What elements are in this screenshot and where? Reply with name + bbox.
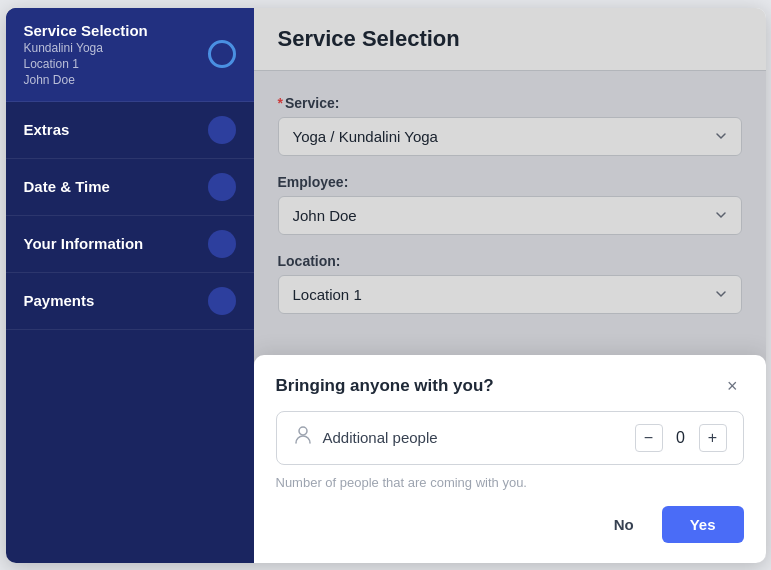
dialog-hint: Number of people that are coming with yo… — [276, 475, 744, 490]
svg-point-0 — [299, 427, 307, 435]
sidebar-item-label: Service Selection — [24, 22, 148, 39]
sidebar-item-extras[interactable]: Extras — [6, 102, 254, 159]
step-icon — [208, 173, 236, 201]
main-content: Service Selection *Service: Yoga / Kunda… — [254, 8, 766, 563]
sidebar-item-label: Extras — [24, 121, 70, 138]
dialog-actions: No Yes — [276, 506, 744, 543]
step-icon — [208, 116, 236, 144]
step-icon — [208, 287, 236, 315]
sidebar-item-sub1: Kundalini Yoga — [24, 41, 148, 55]
sidebar-item-label: Date & Time — [24, 178, 110, 195]
sidebar-item-sub2: Location 1 — [24, 57, 148, 71]
step-icon — [208, 230, 236, 258]
no-button[interactable]: No — [598, 508, 650, 541]
sidebar: Service Selection Kundalini Yoga Locatio… — [6, 8, 254, 563]
dialog-overlay: Bringing anyone with you? × Additional p… — [254, 8, 766, 563]
dialog-close-button[interactable]: × — [721, 375, 744, 397]
sidebar-item-sub3: John Doe — [24, 73, 148, 87]
decrement-button[interactable]: − — [635, 424, 663, 452]
active-step-icon — [208, 40, 236, 68]
sidebar-item-date-time[interactable]: Date & Time — [6, 159, 254, 216]
yes-button[interactable]: Yes — [662, 506, 744, 543]
sidebar-item-your-information[interactable]: Your Information — [6, 216, 254, 273]
bringing-anyone-dialog: Bringing anyone with you? × Additional p… — [254, 355, 766, 563]
increment-button[interactable]: + — [699, 424, 727, 452]
people-counter: − 0 + — [635, 424, 727, 452]
sidebar-item-service-selection[interactable]: Service Selection Kundalini Yoga Locatio… — [6, 8, 254, 102]
dialog-header: Bringing anyone with you? × — [276, 375, 744, 397]
additional-people-label: Additional people — [323, 429, 438, 446]
dialog-title: Bringing anyone with you? — [276, 376, 494, 396]
sidebar-item-label: Your Information — [24, 235, 144, 252]
sidebar-item-payments[interactable]: Payments — [6, 273, 254, 330]
person-icon — [293, 425, 313, 450]
sidebar-item-label: Payments — [24, 292, 95, 309]
counter-value: 0 — [671, 429, 691, 447]
additional-people-row: Additional people − 0 + — [276, 411, 744, 465]
